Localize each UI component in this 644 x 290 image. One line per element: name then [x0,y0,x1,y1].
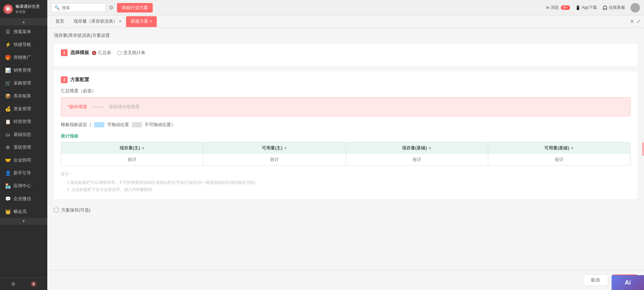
wechat-icon: 💬 [5,196,11,202]
save-checkbox[interactable] [54,208,58,212]
sidebar-item-inventory[interactable]: 📦 库存核算 [0,90,47,102]
template-config-row: 模板指标设定（ 可拖动位置 不可拖动位置） [61,122,630,128]
message-item[interactable]: ✉ 消息 99+ [546,5,570,10]
step1-section: 1 选择模板 汇总表 交叉统计表 [54,44,637,66]
sidebar-item-appcenter[interactable]: 🏪 应用中心 [0,179,47,192]
message-icon: ✉ [546,5,549,10]
col-header-0[interactable]: 现存量(主) ▼ [61,142,203,154]
stats-section: 统计指标 现存量(主) ▼ 可用量(主) ▼ 现存量(基辅) [61,133,630,166]
sales-icon: 📊 [5,67,11,73]
close-window-icon[interactable]: ✕ [630,18,634,25]
cancel-button[interactable]: 取消 [583,274,608,286]
speaker-icon[interactable]: 🔇 [31,281,36,287]
sidebar-logo: 畅 畅康通好生意 标准版 [0,0,47,19]
topbar: 🔍 ⚙ 体验行业方案 ✉ 消息 99+ 📱 App下载 🎧 在线客服 [47,0,644,16]
sidebar-item-system[interactable]: ⚙ 系统管理 [0,141,47,154]
sidebar-scroll-up[interactable]: ▲ [0,19,47,25]
sidebar-item-search[interactable]: ☰ 搜索菜单 [0,25,47,38]
hint-1: 1.拖动标题栏可以调整布局，不可跨维度或指标区域拖动栏目字段(只能在同一维度或指… [61,179,630,187]
settings-icon[interactable]: ⚙ [11,281,16,287]
finance-icon: 💰 [5,106,11,112]
hints-section: 提示： 1.拖动标题栏可以调整布局，不可跨维度或指标区域拖动栏目字段(只能在同一… [61,170,630,194]
enterprise-icon: 🤝 [5,157,11,163]
window-controls: ✕ ⤢ [630,18,641,25]
marketing-icon: 🎁 [5,54,11,61]
col-chevron-1[interactable]: ▼ [284,146,287,150]
quicknav-icon: ⚡ [5,42,11,48]
operations-icon: 📋 [5,119,11,125]
page-title: 现存量(库存状况表)方案设置 [54,32,637,39]
topbar-gear-icon[interactable]: ⚙ [109,4,114,11]
step2-section: 2 方案配置 汇总维度（必选） *纵向维度 —— 请选择分组维度 模板指标设定（… [54,71,637,199]
app-download-item[interactable]: 📱 App下载 [575,5,597,10]
dimension-label: 汇总维度（必选） [61,88,630,94]
sidebar-item-enterprise[interactable]: 🤝 企业协同 [0,154,47,167]
non-draggable-indicator [132,122,142,127]
tab-inventory[interactable]: 现存量（库存状况表） × [69,16,126,27]
radio-summary[interactable]: 汇总表 [92,50,111,56]
ai-badge[interactable]: Ai [612,275,644,290]
dimension-required-label: *纵向维度 [68,104,87,110]
trial-button[interactable]: 体验行业方案 [117,3,153,13]
sidebar-item-purchase[interactable]: 🛒 采购管理 [0,77,47,90]
radio-cross[interactable]: 交叉统计表 [117,50,145,56]
draggable-indicator [94,122,104,127]
basic-info-icon: 🗂 [5,131,11,138]
col-header-2[interactable]: 现存量(基辅) ▼ [346,142,488,154]
stats-section-label: 统计指标 [61,133,630,139]
tab-home[interactable]: 首页 [51,16,69,27]
col-chevron-3[interactable]: ▼ [571,146,574,150]
radio-summary-input[interactable] [92,51,96,55]
hint-2: 2. 点击标题栏下拉可设置排序、插入列和删除列 [61,186,630,194]
online-service-item[interactable]: 🎧 在线客服 [602,5,625,10]
col-chevron-2[interactable]: ▼ [428,146,432,150]
logo-icon: 畅 [3,4,13,14]
system-icon: ⚙ [5,144,11,150]
sidebar-scroll-down[interactable]: ▼ [0,218,47,225]
search-input[interactable] [62,5,96,10]
sidebar-item-newbie[interactable]: 👤 新手引导 [0,167,47,179]
step2-header: 2 方案配置 [61,76,630,83]
dimension-box[interactable]: *纵向维度 —— 请选择分组维度 [61,97,630,116]
tabbar: 首页 现存量（库存状况表） × 新建方案 × ✕ ⤢ [47,16,644,28]
sidebar-item-sales[interactable]: 📊 销售管理 [0,64,47,77]
tab-new-scheme-label: 新建方案 [131,18,148,24]
user-avatar[interactable] [630,3,640,13]
sidebar-item-basic-info[interactable]: 🗂 基础信息 [0,128,47,141]
newbie-icon: 👤 [5,170,11,176]
search-menu-icon: ☰ [5,29,11,35]
expand-window-icon[interactable]: ⤢ [636,18,641,25]
save-option: 方案保存(可选) [54,204,637,217]
sidebar: 畅 畅康通好生意 标准版 ▲ ☰ 搜索菜单 ⚡ 快捷导航 🎁 营销推广 📊 销售… [0,0,47,290]
dimension-dash: —— [93,104,103,110]
col-header-3[interactable]: 可用量(基辅) ▼ [488,142,630,154]
sidebar-item-quicknav[interactable]: ⚡ 快捷导航 [0,38,47,51]
purchase-icon: 🛒 [5,80,11,86]
col-body-2: 合计 [346,154,488,165]
sidebar-item-finance[interactable]: 💰 资金管理 [0,102,47,115]
col-chevron-0[interactable]: ▼ [142,146,145,150]
save-option-label: 方案保存(可选) [61,207,91,213]
tab-inventory-label: 现存量（库存状况表） [74,18,118,24]
col-header-1[interactable]: 可用量(主) ▼ [203,142,346,154]
sidebar-item-operations[interactable]: 📋 经营管理 [0,115,47,128]
sidebar-item-marketing[interactable]: 🎁 营销推广 [0,51,47,64]
sidebar-item-wechat[interactable]: 💬 企业微信 [0,192,47,205]
tab-new-scheme[interactable]: 新建方案 × [126,16,157,27]
stats-table-header: 现存量(主) ▼ 可用量(主) ▼ 现存量(基辅) ▼ 可用量(基辅) [61,142,630,154]
radio-cross-input[interactable] [117,51,122,55]
search-icon: 🔍 [54,5,60,10]
content-area: 现存量(库存状况表)方案设置 1 选择模板 汇总表 交叉统计表 [47,28,644,270]
step1-badge: 1 [61,49,68,56]
tab-home-label: 首页 [55,18,64,24]
search-box[interactable]: 🔍 [51,3,105,12]
phone-icon: 📱 [575,5,580,10]
tab-new-scheme-close[interactable]: × [150,19,152,24]
dimension-config: 汇总维度（必选） *纵向维度 —— 请选择分组维度 [61,88,630,116]
tab-inventory-close[interactable]: × [119,19,121,24]
right-scroll-indicator [642,142,644,156]
stats-table-body: 合计 合计 合计 合计 [61,154,630,165]
sidebar-item-member[interactable]: 👑 畅会员 [0,205,47,218]
template-config-prefix: 模板指标设定（ [61,122,92,128]
step1-title: 选择模板 [70,50,89,56]
